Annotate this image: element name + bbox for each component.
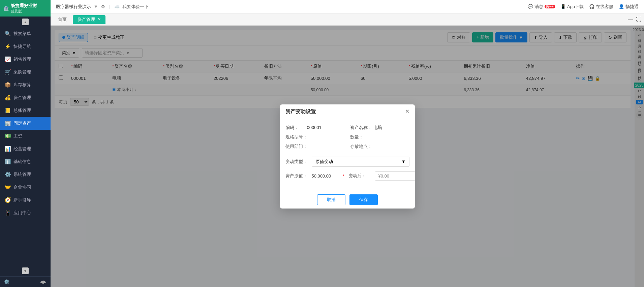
sidebar-item-inventory[interactable]: 📦 库存核算 — [0, 78, 51, 91]
tabs-right: — ⛶ — [628, 17, 641, 23]
online-service-button[interactable]: 🎧 在线客服 — [589, 4, 613, 10]
dialog-location-label: 存放地点： — [350, 144, 372, 150]
app-logo-icon: 🏦 — [3, 6, 9, 11]
asset-value-label: 资产原值： — [285, 173, 309, 179]
tab-asset-management[interactable]: 资产管理 ✕ — [73, 15, 105, 24]
sidebar-item-guide[interactable]: 🧭 新手引导 — [0, 194, 51, 206]
sidebar-item-purchase[interactable]: 🛒 采购管理 — [0, 66, 51, 78]
sidebar-scroll-down[interactable]: ▼ — [22, 267, 29, 274]
dialog-field-name: 资产名称： 电脑 — [350, 125, 409, 131]
after-change-label: 变动后： — [348, 173, 372, 179]
app-download-label: App下载 — [567, 4, 584, 10]
settings-gear-icon[interactable]: ⚙ — [101, 4, 105, 10]
experience-label[interactable]: 我要体验一下 — [122, 4, 149, 10]
asset-change-dialog: 资产变动设置 ✕ 编码： 000001 资产名称： 电脑 — [280, 104, 415, 209]
sidebar-label-finance: 资金管理 — [13, 95, 31, 101]
sidebar-label-ledger: 总账管理 — [13, 107, 31, 114]
messages-label: 消息 — [534, 4, 543, 10]
sidebar-label-basic-info: 基础信息 — [13, 159, 31, 165]
expand-button[interactable]: ⛶ — [636, 17, 641, 23]
sidebar-label-sales: 销售管理 — [13, 56, 31, 62]
home-tab-label: 首页 — [58, 17, 67, 23]
download-icon: 📱 — [560, 4, 566, 9]
dialog-code-value: 000001 — [307, 125, 321, 130]
sidebar-item-enterprise[interactable]: 🤝 企业协同 — [0, 181, 51, 194]
dialog-row-spec-quantity: 规格型号： 数量： — [285, 134, 409, 140]
basic-info-icon: ℹ️ — [5, 159, 11, 165]
dialog-header: 资产变动设置 ✕ — [280, 104, 415, 119]
sidebar-item-business[interactable]: 📊 经营管理 — [0, 142, 51, 155]
sidebar-label-purchase: 采购管理 — [13, 69, 31, 75]
sidebar-item-fixed-assets[interactable]: 🏢 固定资产 — [0, 117, 51, 130]
change-type-dropdown-icon: ▼ — [401, 159, 406, 164]
dialog-row-code-name: 编码： 000001 资产名称： 电脑 — [285, 125, 409, 131]
save-button[interactable]: 保存 — [349, 194, 378, 205]
change-type-label: 变动类型： — [285, 159, 309, 165]
payroll-icon: 💵 — [5, 133, 11, 139]
dialog-form-row-asset-value: 资产原值： 50,000.00 * 变动后： — [285, 171, 409, 181]
dialog-close-icon[interactable]: ✕ — [405, 108, 409, 115]
sidebar-label-search: 搜索菜单 — [13, 31, 31, 37]
dialog-code-label: 编码： — [285, 125, 306, 131]
dialog-divider — [285, 153, 409, 153]
sidebar-item-quick-nav[interactable]: ⚡ 快捷导航 — [0, 40, 51, 53]
avatar-icon: 👤 — [619, 4, 624, 9]
finance-icon: 💰 — [5, 95, 11, 101]
dialog-quantity-label: 数量： — [350, 134, 370, 140]
topbar-left: 医疗器械行业演示 ▼ ⚙ | ☁️ 我要体验一下 — [56, 4, 149, 10]
sidebar-label-app-center: 应用中心 — [13, 210, 31, 216]
sidebar-label-inventory: 库存核算 — [13, 82, 31, 88]
business-icon: 📊 — [5, 146, 11, 152]
sidebar-item-payroll[interactable]: 💵 工资 — [0, 130, 51, 142]
divider: | — [109, 4, 110, 9]
sidebar-label-guide: 新手引导 — [13, 197, 31, 203]
search-icon: 🔍 — [5, 31, 11, 37]
after-change-input[interactable] — [375, 171, 415, 181]
app-center-icon: 📱 — [5, 210, 11, 216]
minimize-button[interactable]: — — [628, 17, 633, 23]
purchase-icon: 🛒 — [5, 69, 11, 75]
settings-icon[interactable]: ⚙️ — [4, 279, 9, 284]
dialog-field-quantity: 数量： — [350, 134, 409, 140]
sidebar-scroll-up[interactable]: ▲ — [22, 19, 29, 25]
dialog-spec-label: 规格型号： — [285, 134, 307, 140]
inventory-icon: 📦 — [5, 82, 11, 88]
sidebar-item-search[interactable]: 🔍 搜索菜单 — [0, 27, 51, 40]
sidebar-item-finance[interactable]: 💰 资金管理 — [0, 91, 51, 104]
company-dropdown-icon[interactable]: ▼ — [94, 4, 98, 9]
dialog-field-location: 存放地点： — [350, 144, 409, 150]
asset-original-value: 50,000.00 — [312, 173, 339, 179]
sidebar-bottom: ⚙️ ◀▶ — [0, 276, 51, 287]
ledger-icon: 📒 — [5, 107, 11, 114]
dialog-name-label: 资产名称： — [350, 125, 372, 131]
sidebar-label-fixed-assets: 固定资产 — [13, 120, 31, 126]
messages-button[interactable]: 💬 消息 99+ — [528, 4, 555, 10]
user-avatar[interactable]: 👤 畅捷通 — [619, 4, 639, 10]
sidebar-header: 🏦 畅捷通好业财 普及版 — [0, 0, 51, 17]
sidebar: 🏦 畅捷通好业财 普及版 ▲ 🔍 搜索菜单 ⚡ 快捷导航 📈 销售管理 🛒 采购… — [0, 0, 51, 287]
change-type-select[interactable]: 原值变动 ▼ — [312, 157, 409, 167]
sidebar-item-sales[interactable]: 📈 销售管理 — [0, 53, 51, 66]
sidebar-item-basic-info[interactable]: ℹ️ 基础信息 — [0, 155, 51, 168]
sidebar-item-app-center[interactable]: 📱 应用中心 — [0, 206, 51, 219]
dialog-form-row-change-type: 变动类型： 原值变动 ▼ — [285, 157, 409, 167]
tab-home[interactable]: 首页 — [53, 15, 71, 24]
cancel-button[interactable]: 取消 — [317, 194, 345, 205]
guide-icon: 🧭 — [5, 197, 11, 203]
asset-tab-label: 资产管理 — [78, 17, 95, 23]
change-type-value: 原值变动 — [315, 159, 333, 165]
tabs-bar: 首页 资产管理 ✕ — ⛶ — [51, 13, 644, 26]
sidebar-item-system[interactable]: ⚙️ 系统管理 — [0, 168, 51, 181]
sidebar-label-business: 经营管理 — [13, 146, 31, 152]
dialog-field-spec: 规格型号： — [285, 134, 345, 140]
sidebar-label-system: 系统管理 — [13, 171, 31, 178]
sidebar-item-ledger[interactable]: 📒 总账管理 — [0, 104, 51, 117]
dialog-body: 编码： 000001 资产名称： 电脑 规格型号： — [280, 119, 415, 191]
dialog-title: 资产变动设置 — [285, 108, 316, 115]
app-download-button[interactable]: 📱 App下载 — [560, 4, 584, 10]
topbar-right: 💬 消息 99+ 📱 App下载 🎧 在线客服 👤 畅捷通 — [528, 4, 639, 10]
collapse-sidebar-icon[interactable]: ◀▶ — [40, 279, 47, 284]
required-star: * — [343, 173, 344, 179]
quick-nav-icon: ⚡ — [5, 43, 11, 50]
tab-close-icon[interactable]: ✕ — [98, 17, 101, 22]
